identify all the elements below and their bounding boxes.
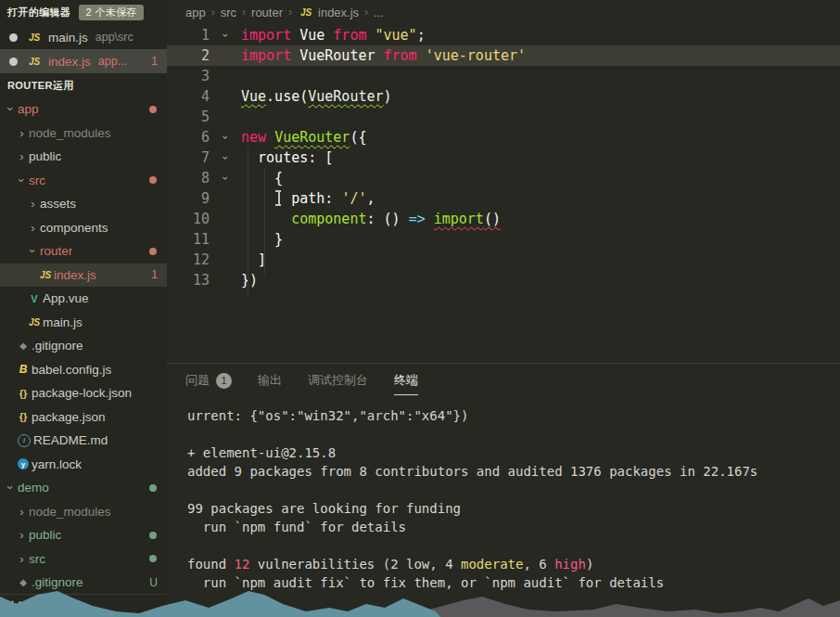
terminal-output[interactable]: urrent: {"os":"win32","arch":"x64"}) + e…: [167, 395, 840, 592]
babel-file-icon: B: [15, 363, 32, 376]
line-number: 1: [167, 25, 210, 45]
tree-item-components[interactable]: ›components: [0, 216, 167, 240]
chevron-down-icon[interactable]: ›: [4, 481, 18, 495]
tree-item-label: components: [40, 221, 108, 235]
tree-item-.gitignore[interactable]: ◆.gitignore: [0, 334, 167, 358]
code-line-13[interactable]: 13}): [167, 270, 840, 290]
chevron-right-icon[interactable]: ›: [26, 197, 40, 211]
breadcrumb-item-index.js[interactable]: JSindex.js: [298, 6, 359, 19]
code-line-12[interactable]: 12 ]: [167, 250, 840, 270]
terminal-text: added 9 packages from 8 contributors and…: [187, 464, 757, 479]
code-line-2[interactable]: 2import VueRouter from 'vue-router': [167, 45, 840, 66]
fold-chevron-icon[interactable]: ›: [210, 127, 241, 148]
panel-tab-output[interactable]: 输出: [258, 364, 282, 395]
workspace-section-header[interactable]: ROUTER运用: [0, 73, 167, 97]
tree-item-public[interactable]: ›public: [0, 523, 167, 547]
terminal-line: found 12 vulnerabilities (2 low, 4 moder…: [187, 555, 840, 573]
tree-item-label: demo: [18, 481, 49, 495]
code-line-4[interactable]: 4Vue.use(VueRouter): [167, 86, 840, 107]
open-editors-header[interactable]: 打开的编辑器 2 个未保存: [0, 0, 167, 25]
tree-item-src[interactable]: ›src: [0, 547, 167, 572]
code-token: [266, 129, 274, 146]
line-number: 6: [167, 127, 210, 148]
open-editor-path: app\src: [95, 31, 134, 44]
tree-item-router[interactable]: ›router: [0, 239, 167, 264]
breadcrumb-item-src[interactable]: src: [221, 6, 236, 19]
terminal-text: 12: [235, 557, 250, 572]
tree-item-app[interactable]: ›app: [0, 97, 167, 122]
code-line-6[interactable]: 6›new VueRouter({: [167, 127, 840, 148]
line-number: 11: [167, 229, 210, 250]
tree-item-index.js[interactable]: JSindex.js1: [0, 264, 167, 288]
unsaved-dot-icon: [9, 58, 18, 66]
line-number: 8: [167, 168, 210, 188]
tree-item-App.vue[interactable]: VApp.vue: [0, 287, 167, 311]
json-file-icon: {}: [15, 388, 32, 399]
chevron-right-icon[interactable]: ›: [26, 221, 40, 235]
tree-item-demo[interactable]: ›demo: [0, 476, 167, 500]
breadcrumb-item-app[interactable]: app: [185, 6, 206, 19]
chevron-down-icon[interactable]: ›: [26, 244, 40, 258]
code-line-1[interactable]: 1›import Vue from "vue";: [167, 25, 840, 45]
code-token: [241, 211, 291, 227]
tree-item-node_modules[interactable]: ›node_modules: [0, 500, 167, 524]
chevron-down-icon[interactable]: ›: [4, 102, 18, 116]
git-status-dot: [149, 484, 157, 492]
code-editor[interactable]: 1›import Vue from "vue";2import VueRoute…: [167, 24, 840, 388]
breadcrumb-label: router: [251, 6, 283, 19]
tree-item-node_modules[interactable]: ›node_modules: [0, 122, 167, 146]
tree-item-label: yarn.lock: [32, 457, 82, 471]
code-line-8[interactable]: 8› {: [167, 168, 840, 188]
code-token: VueRouter: [308, 88, 383, 105]
tree-item-main.js[interactable]: JSmain.js: [0, 311, 167, 335]
tree-item-babel.config.js[interactable]: Bbabel.config.js: [0, 358, 167, 382]
breadcrumb-label: src: [221, 6, 236, 19]
chevron-down-icon[interactable]: ›: [15, 174, 29, 187]
tree-item-src[interactable]: ›src: [0, 169, 167, 193]
fold-chevron-icon[interactable]: ›: [210, 148, 241, 168]
chevron-right-icon[interactable]: ›: [15, 149, 29, 163]
code-line-10[interactable]: 10 component: () => import(): [167, 209, 840, 229]
panel-tab-debug-console[interactable]: 调试控制台: [308, 364, 368, 395]
code-line-3[interactable]: 3: [167, 66, 840, 86]
tree-item-yarn.lock[interactable]: yyarn.lock: [0, 453, 167, 477]
tree-item-label: main.js: [43, 315, 83, 329]
tree-item-label: router: [40, 244, 72, 258]
open-editor-item-main.js[interactable]: JSmain.jsapp\src: [0, 25, 167, 49]
code-line-5[interactable]: 5: [167, 107, 840, 127]
breadcrumb-item-...[interactable]: ...: [374, 6, 384, 19]
fold-chevron-icon: [210, 66, 241, 86]
panel-tab-problems[interactable]: 问题1: [185, 364, 232, 395]
outline-section-header[interactable]: 大纲: [0, 594, 174, 617]
tree-item-label: app: [18, 102, 39, 116]
git-file-icon: ◆: [15, 577, 32, 587]
panel-tab-terminal[interactable]: 终端: [394, 364, 418, 395]
tree-item-assets[interactable]: ›assets: [0, 192, 167, 216]
fold-chevron-icon[interactable]: ›: [210, 25, 241, 45]
chevron-right-icon[interactable]: ›: [15, 126, 29, 140]
tree-item-.gitignore[interactable]: ◆.gitignoreU: [0, 571, 167, 595]
tree-item-package.json[interactable]: {}package.json: [0, 405, 167, 430]
code-token: '/': [341, 190, 366, 207]
problems-badge: 1: [216, 373, 232, 389]
chevron-right-icon[interactable]: ›: [15, 505, 29, 519]
code-text: Vue.use(VueRouter): [241, 86, 392, 107]
chevron-right-icon[interactable]: ›: [15, 528, 29, 542]
breadcrumb-item-router[interactable]: router: [251, 6, 283, 19]
tree-item-README.md[interactable]: iREADME.md: [0, 429, 167, 453]
chevron-right-icon[interactable]: ›: [15, 552, 29, 566]
code-line-9[interactable]: 9 path: '/',: [167, 188, 840, 209]
panel-tab-label: 调试控制台: [308, 372, 368, 389]
line-number: 4: [167, 86, 210, 107]
code-token: import: [241, 27, 291, 44]
tree-item-public[interactable]: ›public: [0, 145, 167, 169]
code-line-7[interactable]: 7› routes: [: [167, 148, 840, 168]
code-text: }): [241, 270, 258, 290]
code-line-11[interactable]: 11 }: [167, 229, 840, 250]
js-file-icon: JS: [26, 317, 43, 328]
tree-item-package-lock.json[interactable]: {}package-lock.json: [0, 381, 167, 405]
terminal-text: , 6: [523, 557, 554, 572]
line-number: 12: [167, 250, 210, 270]
open-editor-item-index.js[interactable]: JSindex.jsapp...1: [0, 49, 167, 73]
fold-chevron-icon[interactable]: ›: [210, 168, 241, 188]
